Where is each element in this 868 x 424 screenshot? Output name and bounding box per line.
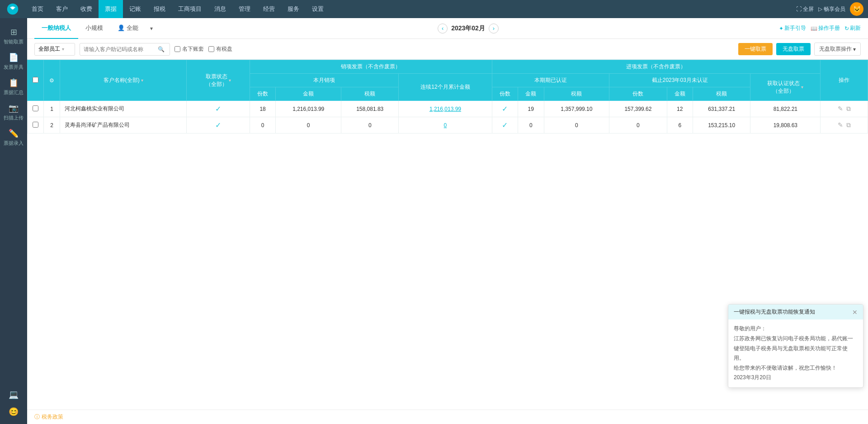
tax-disk-checkbox[interactable] — [208, 46, 214, 52]
search-box: 🔍 — [80, 43, 170, 56]
sidebar-item-summary[interactable]: 📋 票据汇总 — [0, 73, 27, 99]
tab-general[interactable]: 一般纳税人 — [34, 18, 78, 39]
sidebar-item-scan[interactable]: 📷 扫描上传 — [0, 99, 27, 124]
btn-no-disk-take[interactable]: 无盘取票 — [776, 43, 811, 55]
sidebar-item-computer[interactable]: 💻 — [0, 385, 27, 402]
left-sidebar: ⊞ 智能取票 📄 发票开具 📋 票据汇总 📷 扫描上传 ✏️ 票据录入 💻 😊 — [0, 18, 27, 424]
nav-invoice[interactable]: 票据 — [99, 0, 123, 18]
th-status-purchase: 获取认证状态（全部） ▾ — [750, 74, 821, 101]
customer-filter-icon[interactable]: ▾ — [141, 78, 143, 83]
row2-actions: ✎ ⧉ — [821, 117, 868, 133]
row1-until-count: 12 — [667, 101, 693, 117]
row2-customer: 灵寿县尚泽矿产品有限公司 — [60, 117, 187, 133]
row1-edit-icon[interactable]: ✎ — [838, 105, 843, 112]
notification-close-btn[interactable]: ✕ — [852, 309, 858, 316]
main-table: ⚙ 客户名称(全部) ▾ 取票状态（全部） ▾ 销项发 — [27, 60, 868, 133]
computer-icon: 💻 — [9, 390, 19, 400]
nav-accounting[interactable]: 记账 — [123, 0, 147, 18]
sidebar-item-invoice-open[interactable]: 📄 发票开具 — [0, 48, 27, 73]
check-icon-p2: ✓ — [502, 121, 508, 129]
period-prev-btn[interactable]: ‹ — [438, 24, 448, 33]
row2-edit-icon[interactable]: ✎ — [838, 121, 843, 129]
notif-line-2: 用。 — [734, 353, 858, 363]
manual-icon: 📖 — [811, 25, 817, 32]
tab-all[interactable]: 👤 全能 — [110, 18, 146, 39]
select-all-checkbox[interactable] — [33, 77, 38, 83]
notif-line-0: 尊敬的用户： — [734, 324, 858, 334]
sidebar-item-label-0: 智能取票 — [4, 38, 24, 45]
btn-manual[interactable]: 📖 操作手册 — [811, 24, 840, 32]
sidebar-item-profile[interactable]: 😊 — [0, 402, 27, 419]
row2-copy-icon[interactable]: ⧉ — [846, 121, 851, 129]
nav-business[interactable]: 工商项目 — [172, 0, 208, 18]
fullscreen-button[interactable]: ⛶ 全屏 — [796, 5, 814, 13]
btn-refresh[interactable]: ↻ 刷新 — [844, 24, 861, 32]
row1-check[interactable] — [33, 105, 38, 111]
row1-monthly-count: 18 — [250, 101, 275, 117]
sidebar-item-label-4: 票据录入 — [4, 140, 24, 147]
summary-icon: 📋 — [9, 78, 19, 88]
row2-period-tax: 0 — [609, 117, 667, 133]
logo[interactable] — [5, 1, 21, 17]
dropdown-arrow-icon: ▾ — [62, 47, 64, 52]
tax-policy-link[interactable]: ⓘ 税务政策 — [34, 413, 63, 421]
sidebar-item-smart-take[interactable]: ⊞ 智能取票 — [0, 23, 27, 48]
sidebar-item-label-3: 扫描上传 — [4, 114, 24, 121]
row2-no: 2 — [44, 117, 60, 133]
th-status-sales: 取票状态（全部） ▾ — [187, 60, 250, 101]
btn-one-click-take[interactable]: 一键取票 — [738, 43, 773, 55]
search-input[interactable] — [84, 46, 156, 52]
months12-link-1[interactable]: 1,216,013.99 — [429, 106, 461, 112]
nav-settings[interactable]: 设置 — [306, 0, 330, 18]
nav-operation[interactable]: 经营 — [257, 0, 281, 18]
settings-icon[interactable]: ⚙ — [49, 77, 54, 84]
th-checkbox — [28, 60, 44, 101]
status-sales-label: 取票状态（全部） — [206, 73, 227, 88]
invoice-open-icon: 📄 — [9, 52, 19, 62]
nav-manage[interactable]: 管理 — [232, 0, 257, 18]
account-checkbox[interactable] — [175, 46, 180, 52]
btn-no-disk-more[interactable]: 无盘取票操作 ▾ — [814, 43, 861, 56]
nav-customer[interactable]: 客户 — [50, 0, 74, 18]
months12-link-2[interactable]: 0 — [444, 122, 447, 129]
nav-fee[interactable]: 收费 — [74, 0, 99, 18]
nav-service[interactable]: 服务 — [281, 0, 306, 18]
row1-period-count: 19 — [518, 101, 544, 117]
search-icon[interactable]: 🔍 — [158, 46, 165, 52]
tab-more-btn[interactable]: ▾ — [146, 18, 157, 39]
account-checkbox-label[interactable]: 名下账套 — [175, 45, 204, 53]
sidebar-item-entry[interactable]: ✏️ 票据录入 — [0, 124, 27, 149]
check-icon-p1: ✓ — [502, 105, 508, 113]
all-icon: 👤 — [118, 24, 125, 31]
row2-monthly-count: 0 — [250, 117, 275, 133]
nav-home[interactable]: 首页 — [25, 0, 50, 18]
table-row: 2 灵寿县尚泽矿产品有限公司 ✓ 0 0 0 0 ✓ 0 0 0 6 153,2… — [28, 117, 868, 133]
status-purchase-filter-icon[interactable]: ▾ — [801, 85, 803, 90]
tax-disk-checkbox-label[interactable]: 有税盘 — [208, 45, 232, 53]
status-purchase-label: 获取认证状态（全部） — [767, 80, 800, 95]
btn-guide[interactable]: ✦ 新手引导 — [779, 24, 806, 32]
member-button[interactable]: ▷ 畅享会员 — [818, 5, 845, 13]
row1-actions: ✎ ⧉ — [821, 101, 868, 117]
th-until: 截止2023年03月未认证 — [609, 74, 750, 87]
avatar[interactable]: 🐱 — [850, 2, 863, 16]
tab-small[interactable]: 小规模 — [78, 18, 110, 39]
nav-tax[interactable]: 报税 — [147, 0, 172, 18]
toolbar: 全部员工 ▾ 🔍 名下账套 有税盘 一键取票 无盘取票 无盘取票操作 ▾ — [27, 39, 868, 60]
period-next-btn[interactable]: › — [489, 24, 499, 33]
employee-select[interactable]: 全部员工 ▾ — [34, 43, 75, 56]
more-label: 无盘取票操作 — [819, 45, 852, 53]
scan-icon: 📷 — [9, 103, 19, 113]
row2-checkbox — [28, 117, 44, 133]
nav-message[interactable]: 消息 — [208, 0, 232, 18]
smart-take-icon: ⊞ — [10, 27, 17, 37]
notif-line-1: 江苏政务网已恢复访问电子税务局功能，易代账一键登陆电子税务局与无盘取票相关功能可… — [734, 334, 858, 353]
row1-copy-icon[interactable]: ⧉ — [846, 105, 851, 112]
toolbar-right: 一键取票 无盘取票 无盘取票操作 ▾ — [738, 43, 861, 56]
row1-monthly-amount: 1,216,013.99 — [276, 101, 341, 117]
sidebar-item-label-1: 发票开具 — [4, 64, 24, 71]
th-monthly-amount: 金额 — [276, 87, 341, 101]
status-sales-filter-icon[interactable]: ▾ — [229, 78, 231, 83]
row2-check[interactable] — [33, 122, 38, 128]
row1-customer: 河北柯鑫桃实业有限公司 — [60, 101, 187, 117]
